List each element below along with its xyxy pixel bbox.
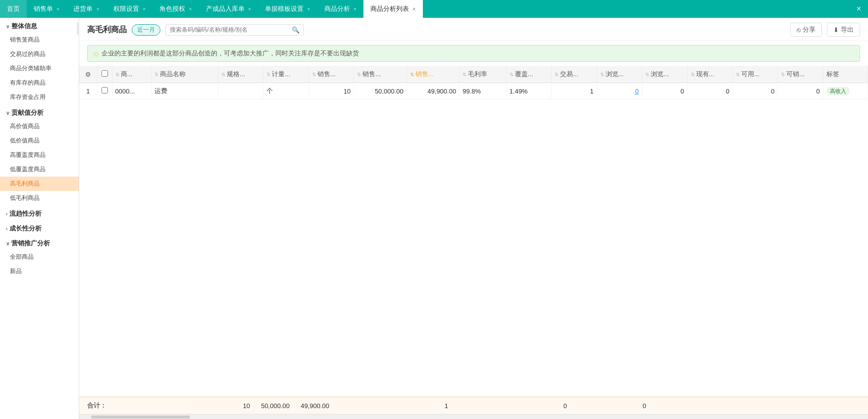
cell-name-0: 运费 [151,83,218,99]
nav-permission-settings[interactable]: 权限设置 × [106,0,153,18]
footer-label: 合计： [87,401,106,410]
table-container: ⚙ ⇅商... ⇅商品名称 ⇅规格... ⇅计量... ⇅销售... ⇅销售..… [79,66,868,397]
cell-profit-0: 49,900.00 [407,83,459,99]
cell-code-0: 0000... [112,83,151,99]
expand-arrow-growth: › [6,226,7,232]
col-tag[interactable]: 标签 [823,66,868,83]
col-coverage[interactable]: ⇅覆盖... [506,66,551,83]
sort-amount-icon: ⇅ [357,72,361,77]
nav-close-all[interactable]: × [850,0,868,18]
close-purchase-order-icon[interactable]: × [96,0,99,18]
sort-coverage-icon: ⇅ [510,72,513,77]
share-button[interactable]: ⎋ 分享 [790,23,822,37]
footer-amount: 50,000.00 [253,402,293,410]
sidebar-item-in-stock[interactable]: 有库存的商品 [0,76,79,90]
col-saleable[interactable]: ⇅可销... [778,66,823,83]
close-goods-analysis-icon[interactable]: × [354,0,357,18]
nav-template-settings[interactable]: 单据模板设置 × [258,0,317,18]
col-browse2[interactable]: ⇅浏览... [642,66,687,83]
sidebar-section-marketing[interactable]: ∨ 营销推广分析 [0,235,79,250]
table-row: 1 0000... 运费 个 10 50,000.00 49,900.00 99 [79,83,868,99]
sidebar-item-low-margin[interactable]: 低毛利商品 [0,191,79,205]
col-sales-amount[interactable]: ⇅销售... [354,66,407,83]
close-template-icon[interactable]: × [307,0,310,18]
sidebar-section-trend[interactable]: › 流趋性分析 [0,205,79,220]
info-banner: ◇ 企业的主要的利润都是这部分商品创造的，可考虑加大推广，同时关注库存是不要出现… [87,45,860,62]
sidebar-collapse-button[interactable]: « [77,23,79,35]
sidebar-item-analysis-helper[interactable]: 商品分类辅助率 [0,61,79,76]
sort-available-icon: ⇅ [736,72,740,77]
col-current-stock[interactable]: ⇅现有... [687,66,732,83]
nav-role-auth[interactable]: 角色授权 × [153,0,199,18]
sidebar-item-stock-capital[interactable]: 库存资金占用 [0,90,79,104]
sidebar-item-high-coverage[interactable]: 高覆盖度商品 [0,148,79,162]
footer-available2 [570,402,610,410]
footer-trade: 1 [411,402,451,410]
col-browse1[interactable]: ⇅浏览... [597,66,642,83]
col-margin-rate[interactable]: ⇅毛利率 [460,66,507,83]
sort-profit-icon: ⇅ [410,72,414,77]
sidebar-item-low-coverage[interactable]: 低覆盖度商品 [0,162,79,177]
sidebar: « ∨ 整体信息 销售笼商品 交易过的商品 商品分类辅助率 有库存的商品 库存资… [0,18,79,419]
sidebar-item-high-value[interactable]: 高价值商品 [0,119,79,134]
sidebar-item-traded-goods[interactable]: 交易过的商品 [0,47,79,61]
sort-saleable-icon: ⇅ [781,72,785,77]
close-permission-icon[interactable]: × [143,0,146,18]
cell-checkbox-0[interactable] [97,83,112,99]
col-sales-qty[interactable]: ⇅销售... [308,66,354,83]
close-sales-order-icon[interactable]: × [56,0,59,18]
cell-margin-0: 99.8% [460,83,507,99]
col-name[interactable]: ⇅商品名称 [151,66,218,83]
cell-qty-0: 10 [308,83,354,99]
row-checkbox-0[interactable] [102,87,108,93]
col-checkbox[interactable] [97,66,112,83]
expand-arrow-marketing: ∨ [6,241,9,246]
nav-finished-goods[interactable]: 产成品入库单 × [199,0,258,18]
sidebar-item-low-value[interactable]: 低价值商品 [0,134,79,148]
sidebar-section-overall[interactable]: ∨ 整体信息 [0,18,79,33]
search-icon[interactable]: 🔍 [292,26,300,34]
nav-sales-order[interactable]: 销售单 × [27,0,66,18]
sort-code-icon: ⇅ [115,72,119,77]
nav-purchase-order[interactable]: 进货单 × [66,0,106,18]
footer-qty: 10 [213,402,253,410]
time-filter-button[interactable]: 近一月 [132,24,160,36]
close-finished-goods-icon[interactable]: × [248,0,251,18]
footer-empty1 [114,402,213,410]
col-code[interactable]: ⇅商... [112,66,151,83]
tag-high-income: 高收入 [826,87,850,95]
search-input[interactable] [170,26,289,33]
col-sales-profit[interactable]: ⇅销售... [407,66,459,83]
close-role-auth-icon[interactable]: × [189,0,192,18]
cell-saleable-0: 0 [778,83,823,99]
share-icon: ⎋ [797,26,801,34]
export-button[interactable]: ⬇ 导出 [827,23,860,37]
col-index: ⚙ [79,66,97,83]
sidebar-section-growth[interactable]: › 成长性分析 [0,220,79,235]
col-spec[interactable]: ⇅规格... [218,66,263,83]
sort-stock-icon: ⇅ [691,72,695,77]
sidebar-item-new-goods[interactable]: 新品 [0,264,79,279]
nav-home[interactable]: 首页 [0,0,27,18]
sort-name-icon: ⇅ [154,72,158,77]
nav-goods-analysis[interactable]: 商品分析 × [317,0,363,18]
select-all-checkbox[interactable] [102,70,108,77]
col-unit[interactable]: ⇅计量... [263,66,308,83]
sidebar-item-all-goods[interactable]: 全部商品 [0,250,79,264]
sort-browse1-icon: ⇅ [600,72,604,77]
settings-icon[interactable]: ⚙ [85,71,91,78]
col-available[interactable]: ⇅可用... [732,66,777,83]
close-goods-analysis-list-icon[interactable]: × [412,0,415,18]
footer-saleable: 0 [610,402,649,410]
sidebar-item-sales-goods[interactable]: 销售笼商品 [0,33,79,47]
sidebar-section-finance[interactable]: ∨ 贡献值分析 [0,104,79,119]
footer-margin [332,402,372,410]
cell-browse1-0[interactable]: 0 [597,83,642,99]
nav-goods-analysis-list[interactable]: 商品分析列表 × [363,0,422,18]
horizontal-scrollbar[interactable] [79,414,868,419]
col-trade-count[interactable]: ⇅交易... [552,66,597,83]
scroll-thumb[interactable] [91,416,190,419]
cell-stock-0: 0 [687,83,732,99]
footer-cells: 10 50,000.00 49,900.00 1 0 0 [114,402,860,410]
sidebar-item-high-margin[interactable]: 高毛利商品 [0,177,79,191]
